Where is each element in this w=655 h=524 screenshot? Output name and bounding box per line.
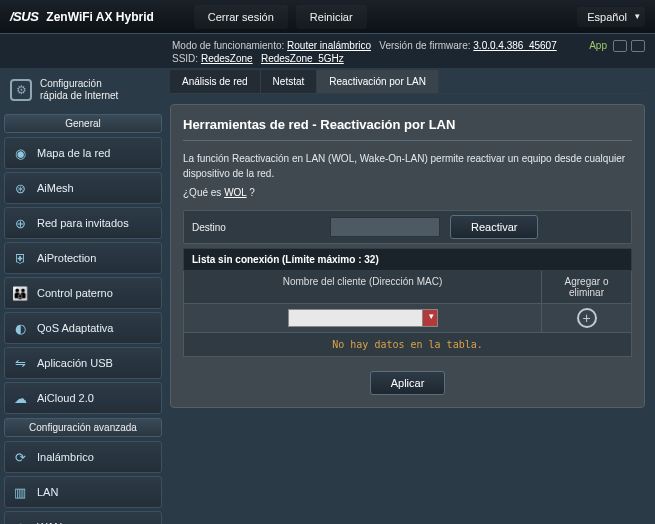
top-bar: /SUS ZenWiFi AX Hybrid Cerrar sesión Rei… [0,0,655,34]
nav-general-item-3[interactable]: ⛨AiProtection [4,242,162,274]
destination-row: Destino Reactivar [183,210,632,244]
nav-general-item-icon-3: ⛨ [11,249,29,267]
reboot-button[interactable]: Reiniciar [296,5,367,29]
ssid1-link[interactable]: RedesZone [201,53,253,64]
nav-general-item-icon-6: ⇋ [11,354,29,372]
qis-button[interactable]: ⚙ Configuración rápida de Internet [4,72,162,108]
tab-2[interactable]: Reactivación por LAN [317,70,439,93]
nav-advanced-item-2[interactable]: ⊗WAN [4,511,162,524]
nav-general-item-5[interactable]: ◐QoS Adaptativa [4,312,162,344]
nav-general-item-4[interactable]: 👪Control paterno [4,277,162,309]
tab-0[interactable]: Análisis de red [170,70,261,93]
apply-button[interactable]: Aplicar [370,371,446,395]
panel-description: La función Reactivación en LAN (WOL, Wak… [183,151,632,181]
faq-text: ¿Qué es WOL ? [183,187,632,198]
nav-general-item-icon-5: ◐ [11,319,29,337]
sidebar: ⚙ Configuración rápida de Internet Gener… [0,68,166,524]
qis-line1: Configuración [40,78,118,90]
nav-advanced-item-icon-1: ▥ [11,483,29,501]
main-content: Análisis de redNetstatReactivación por L… [166,68,655,524]
destination-input[interactable] [330,217,440,237]
nav-general-item-label-0: Mapa de la red [37,147,110,159]
nav-general-item-label-5: QoS Adaptativa [37,322,113,334]
destination-label: Destino [184,216,324,239]
logout-button[interactable]: Cerrar sesión [194,5,288,29]
ssid-label: SSID: [172,53,198,64]
nav-general-item-0[interactable]: ◉Mapa de la red [4,137,162,169]
nav-general-item-icon-4: 👪 [11,284,29,302]
wol-panel: Herramientas de red - Reactivación por L… [170,104,645,408]
nav-general-item-label-2: Red para invitados [37,217,129,229]
language-selector[interactable]: Español [577,7,645,27]
nav-general-item-label-7: AiCloud 2.0 [37,392,94,404]
product-name: ZenWiFi AX Hybrid [46,10,153,24]
client-select[interactable] [288,309,438,327]
nav-advanced-item-icon-2: ⊗ [11,518,29,524]
nav-general-item-label-4: Control paterno [37,287,113,299]
nav-general-item-6[interactable]: ⇋Aplicación USB [4,347,162,379]
app-badge[interactable]: App [589,40,607,51]
nav-advanced-item-label-1: LAN [37,486,58,498]
nav-general-item-label-3: AiProtection [37,252,96,264]
nav-advanced-item-icon-0: ⟳ [11,448,29,466]
nav-general-item-icon-0: ◉ [11,144,29,162]
users-icon[interactable] [613,40,627,52]
nav-advanced-item-1[interactable]: ▥LAN [4,476,162,508]
wake-button[interactable]: Reactivar [450,215,538,239]
tab-bar: Análisis de redNetstatReactivación por L… [170,70,645,94]
table-input-row: + [183,304,632,333]
nav-general-item-1[interactable]: ⊛AiMesh [4,172,162,204]
mode-label: Modo de funcionamiento: [172,40,284,51]
nav-general-item-label-1: AiMesh [37,182,74,194]
nav-general-item-label-6: Aplicación USB [37,357,113,369]
wol-faq-link[interactable]: WOL [224,187,246,198]
empty-table-message: No hay datos en la tabla. [183,333,632,357]
nav-advanced-item-label-0: Inalámbrico [37,451,94,463]
nav-advanced-item-0[interactable]: ⟳Inalámbrico [4,441,162,473]
info-bar: Modo de funcionamiento: Router inalámbri… [0,34,655,68]
mail-icon[interactable] [631,40,645,52]
fw-link[interactable]: 3.0.0.4.386_45607 [473,40,556,51]
fw-label: Versión de firmware: [379,40,470,51]
nav-general-item-7[interactable]: ☁AiCloud 2.0 [4,382,162,414]
panel-title: Herramientas de red - Reactivación por L… [183,117,632,141]
brand-logo: /SUS [10,9,38,24]
table-columns: Nombre del cliente (Dirección MAC) Agreg… [183,271,632,304]
tab-1[interactable]: Netstat [261,70,318,93]
add-button[interactable]: + [577,308,597,328]
mode-link[interactable]: Router inalámbrico [287,40,371,51]
nav-general-item-icon-1: ⊛ [11,179,29,197]
offline-list-header: Lista sin conexión (Límite máximo : 32) [183,248,632,271]
col-client-name: Nombre del cliente (Dirección MAC) [184,271,541,303]
qis-line2: rápida de Internet [40,90,118,102]
ssid2-link[interactable]: RedesZone_5GHz [261,53,344,64]
nav-general-item-2[interactable]: ⊕Red para invitados [4,207,162,239]
section-advanced: Configuración avanzada [4,418,162,437]
nav-general-item-icon-7: ☁ [11,389,29,407]
nav-general-item-icon-2: ⊕ [11,214,29,232]
gear-arrow-icon: ⚙ [10,79,32,101]
section-general: General [4,114,162,133]
col-add-remove: Agregar o eliminar [541,271,631,303]
